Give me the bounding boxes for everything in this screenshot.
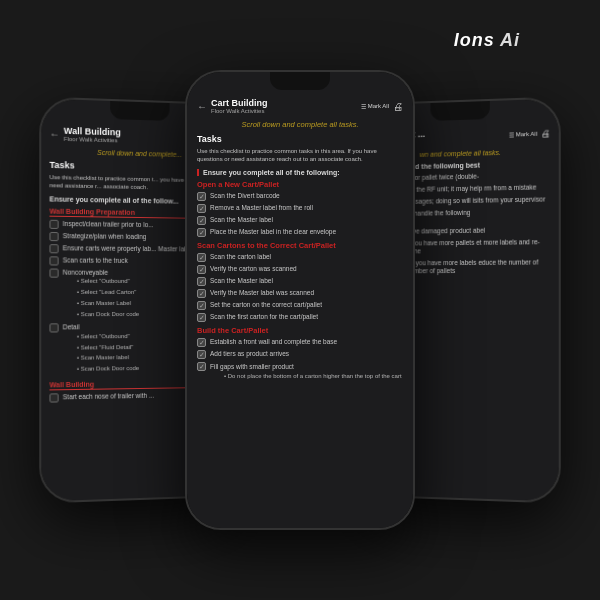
- center-task-7-text: Scan the Master label: [210, 277, 273, 285]
- center-task-6: ✓ Verify the carton was scanned: [197, 265, 403, 274]
- center-task-4-text: Place the Master label in the clear enve…: [210, 228, 336, 236]
- center-task-10-text: Scan the first carton for the cart/palle…: [210, 313, 318, 321]
- center-task-5-text: Scan the carton label: [210, 253, 271, 261]
- left-check-4[interactable]: [49, 256, 58, 265]
- center-subtitle: Floor Walk Activities: [211, 108, 268, 114]
- center-title: Cart Building: [211, 98, 268, 108]
- left-check-wall[interactable]: [49, 393, 58, 402]
- left-det-sub-1: Select "Outbound": [77, 333, 130, 339]
- center-sub-13: Do not place the bottom of a carton high…: [224, 373, 402, 379]
- center-scroll-notice: Scroll down and complete all tasks.: [197, 120, 403, 129]
- center-check-8[interactable]: ✓: [197, 289, 206, 298]
- phone-center-notch: [270, 72, 330, 90]
- left-task-2-text: Strategize/plan when loading: [63, 232, 147, 241]
- center-task-8-text: Verify the Master label was scanned: [210, 289, 314, 297]
- left-back-arrow[interactable]: ←: [49, 128, 59, 139]
- center-task-2: ✓ Remove a Master label from the roll: [197, 204, 403, 213]
- logo-area: Ions Ai: [454, 30, 520, 51]
- center-task-12: ✓ Add tiers as product arrives: [197, 350, 403, 359]
- center-header: ← Cart Building Floor Walk Activities ☰ …: [197, 96, 403, 116]
- center-cat3: Build the Cart/Pallet: [197, 326, 403, 335]
- left-check-detail[interactable]: [49, 324, 58, 333]
- center-header-actions: ☰ Mark All 🖨: [361, 101, 403, 112]
- left-sub-3: Scan Master Label: [77, 300, 131, 306]
- left-check-1[interactable]: [49, 220, 58, 229]
- center-check-7[interactable]: ✓: [197, 277, 206, 286]
- phones-container: Ions Ai ← Wall Building Floor Walk Activ…: [20, 20, 580, 580]
- left-check-3[interactable]: [49, 244, 58, 253]
- left-task-4-text: Scan carts to the truck: [63, 256, 128, 265]
- center-check-11[interactable]: ✓: [197, 338, 206, 347]
- app-logo: Ions Ai: [454, 30, 520, 51]
- center-task-11-text: Establish a front wall and complete the …: [210, 338, 337, 346]
- center-task-3-text: Scan the Master label: [210, 216, 273, 224]
- left-sub-2: Select "Lead Carton": [77, 289, 137, 295]
- center-task-13-text: Fill gaps with smaller product: [210, 363, 294, 370]
- print-icon[interactable]: 🖨: [393, 101, 403, 112]
- mark-all-button[interactable]: ☰ Mark All: [361, 103, 389, 110]
- center-back-arrow[interactable]: ←: [197, 101, 207, 112]
- center-description: Use this checklist to practice common ta…: [197, 147, 403, 164]
- center-cat2: Scan Cartons to the Correct Cart/Pallet: [197, 241, 403, 250]
- center-check-4[interactable]: ✓: [197, 228, 206, 237]
- left-subtitle: Floor Walk Activities: [64, 136, 121, 144]
- left-nonconv-label: Nonconveyable: [63, 268, 108, 275]
- center-check-5[interactable]: ✓: [197, 253, 206, 262]
- center-task-2-text: Remove a Master label from the roll: [210, 204, 313, 212]
- right-print-icon[interactable]: 🖨: [541, 128, 550, 138]
- left-det-sub-2: Select "Fluid Detail": [77, 344, 134, 350]
- right-header-actions: ☰ Mark All 🖨: [509, 128, 551, 139]
- left-task-1-text: Inspect/clean trailer prior to lo...: [63, 220, 154, 230]
- center-task-10: ✓ Scan the first carton for the cart/pal…: [197, 313, 403, 322]
- left-sub-1: Select "Outbound": [77, 278, 130, 284]
- center-task-1: ✓ Scan the Divert barcode: [197, 192, 403, 201]
- left-check-nonconv[interactable]: [49, 268, 58, 277]
- center-task-9-text: Set the carton on the correct cart/palle…: [210, 301, 322, 309]
- phone-left-notch: [110, 101, 169, 121]
- center-task-3: ✓ Scan the Master label: [197, 216, 403, 225]
- right-mark-all-button[interactable]: ☰ Mark All: [509, 130, 538, 138]
- center-task-9: ✓ Set the carton on the correct cart/pal…: [197, 301, 403, 310]
- center-task-4: ✓ Place the Master label in the clear en…: [197, 228, 403, 237]
- phone-center-screen: ← Cart Building Floor Walk Activities ☰ …: [187, 72, 413, 528]
- center-check-3[interactable]: ✓: [197, 216, 206, 225]
- center-task-5: ✓ Scan the carton label: [197, 253, 403, 262]
- center-task-13: ✓ Fill gaps with smaller product Do not …: [197, 362, 403, 383]
- left-detail-label: Detail: [63, 324, 80, 331]
- center-task-12-text: Add tiers as product arrives: [210, 350, 289, 358]
- center-tasks-title: Tasks: [197, 134, 403, 144]
- center-check-12[interactable]: ✓: [197, 350, 206, 359]
- center-check-2[interactable]: ✓: [197, 204, 206, 213]
- left-det-sub-4: Scan Dock Door code: [77, 365, 139, 372]
- center-check-10[interactable]: ✓: [197, 313, 206, 322]
- phone-center-content: ← Cart Building Floor Walk Activities ☰ …: [187, 90, 413, 528]
- center-ensure: Ensure you complete all of the following…: [203, 169, 403, 176]
- center-task-7: ✓ Scan the Master label: [197, 277, 403, 286]
- center-task-8: ✓ Verify the Master label was scanned: [197, 289, 403, 298]
- phone-center: ← Cart Building Floor Walk Activities ☰ …: [185, 70, 415, 530]
- center-cat1: Open a New Cart/Pallet: [197, 180, 403, 189]
- center-check-13[interactable]: ✓: [197, 362, 206, 371]
- center-check-9[interactable]: ✓: [197, 301, 206, 310]
- center-check-6[interactable]: ✓: [197, 265, 206, 274]
- center-check-1[interactable]: ✓: [197, 192, 206, 201]
- left-wall-task-text: Start each nose of trailer with ...: [63, 392, 155, 402]
- phone-right-notch: [430, 101, 489, 121]
- center-task-6-text: Verify the carton was scanned: [210, 265, 297, 273]
- left-sub-4: Scan Dock Door code: [77, 311, 139, 317]
- left-det-sub-3: Scan Master label: [77, 355, 129, 362]
- center-task-1-text: Scan the Divert barcode: [210, 192, 280, 200]
- left-check-2[interactable]: [49, 232, 58, 241]
- center-task-11: ✓ Establish a front wall and complete th…: [197, 338, 403, 347]
